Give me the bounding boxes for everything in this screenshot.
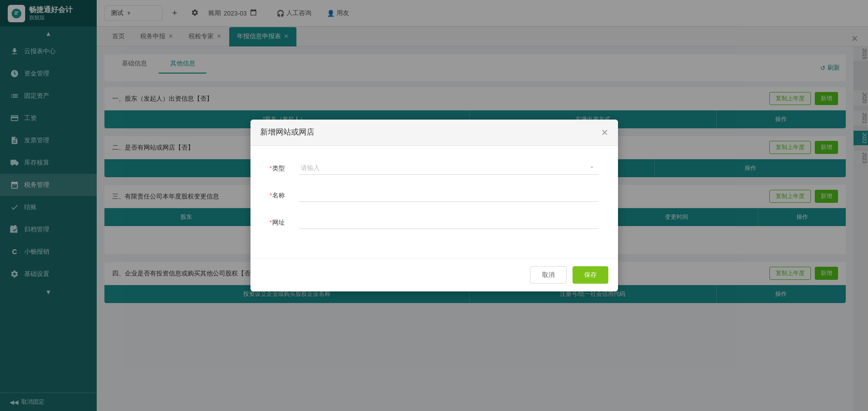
form-row-url: *网址 [270,215,599,229]
url-input[interactable] [299,215,599,229]
form-label-type: *类型 [270,161,299,173]
add-website-dialog: 新增网站或网店 ✕ *类型 *名称 [250,120,618,291]
form-row-name: *名称 [270,188,599,202]
form-row-type: *类型 [270,161,599,175]
form-url-wrap [299,215,599,229]
form-label-name: *名称 [270,188,299,200]
name-input[interactable] [299,188,599,202]
dialog-overlay[interactable]: 新增网站或网店 ✕ *类型 *名称 [0,0,868,411]
dialog-close-button[interactable]: ✕ [601,128,608,137]
form-label-url: *网址 [270,215,299,227]
dialog-footer: 取消 保存 [250,258,618,291]
type-input[interactable] [299,161,599,175]
dialog-title: 新增网站或网店 [260,127,314,137]
form-name-wrap [299,188,599,202]
form-type-wrap [299,161,599,175]
dialog-body: *类型 *名称 [250,146,618,258]
cancel-button[interactable]: 取消 [530,266,567,284]
dialog-header: 新增网站或网店 ✕ [250,120,618,146]
save-button[interactable]: 保存 [573,266,608,284]
